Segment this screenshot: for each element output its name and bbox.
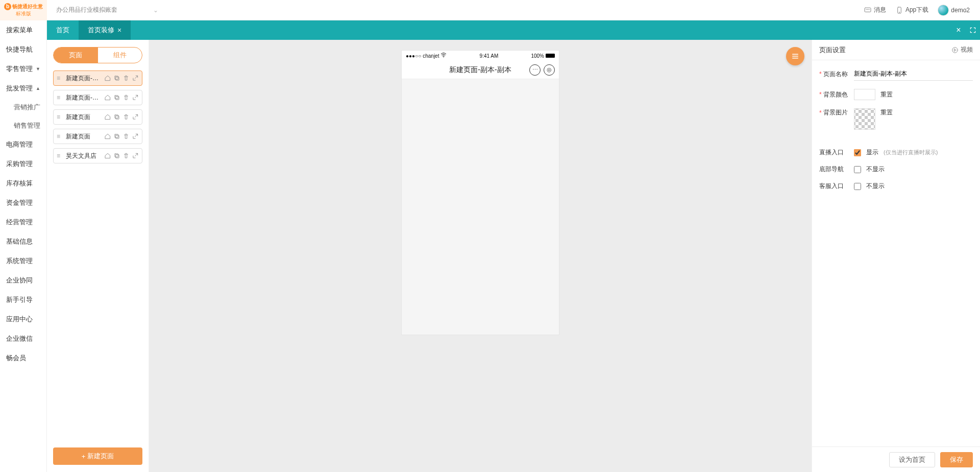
label: 客服入口 bbox=[819, 182, 844, 191]
page-item[interactable]: ≡ 新建页面 bbox=[53, 129, 142, 144]
close-icon[interactable]: × bbox=[117, 26, 121, 34]
bottom-nav-cb-label: 不显示 bbox=[866, 165, 885, 174]
tab-pages[interactable]: 页面 bbox=[54, 48, 98, 63]
copy-icon[interactable] bbox=[113, 152, 120, 159]
fullscreen-button[interactable] bbox=[966, 20, 980, 40]
home-icon[interactable] bbox=[104, 75, 111, 82]
drag-icon[interactable]: ≡ bbox=[57, 113, 63, 121]
new-page-label: 新建页面 bbox=[87, 452, 114, 461]
carrier: chanjet bbox=[423, 53, 439, 59]
drag-icon[interactable]: ≡ bbox=[57, 152, 63, 159]
nav-retail[interactable]: 零售管理▼ bbox=[0, 59, 46, 79]
delete-icon[interactable] bbox=[122, 94, 130, 101]
nav-purchase[interactable]: 采购管理 bbox=[0, 154, 46, 174]
svg-rect-8 bbox=[115, 115, 118, 118]
logo[interactable]: b 畅捷通好生意 标准版 bbox=[0, 0, 47, 20]
page-item[interactable]: ≡ 新建页面-副本-... bbox=[53, 70, 142, 86]
delete-icon[interactable] bbox=[122, 113, 130, 121]
live-entry-checkbox[interactable] bbox=[854, 149, 861, 156]
svg-rect-11 bbox=[116, 155, 119, 158]
bgimage-picker[interactable] bbox=[854, 108, 875, 130]
share-icon[interactable] bbox=[132, 113, 139, 121]
battery-icon bbox=[546, 54, 555, 58]
drag-icon[interactable]: ≡ bbox=[57, 133, 63, 140]
delete-icon[interactable] bbox=[122, 75, 130, 82]
message-icon bbox=[864, 6, 872, 14]
capsule-menu-icon[interactable]: ⋯ bbox=[529, 64, 541, 76]
home-icon[interactable] bbox=[104, 152, 111, 159]
username: demo2 bbox=[951, 7, 970, 14]
phone-time: 9:41 AM bbox=[480, 53, 499, 59]
user-menu[interactable]: demo2 bbox=[938, 5, 970, 16]
nav-quick[interactable]: 快捷导航 bbox=[0, 40, 46, 59]
nav-marketing[interactable]: 营销推广 bbox=[0, 98, 46, 116]
field-live-entry: 直播入口 显示 (仅当进行直播时展示) bbox=[819, 148, 973, 157]
phone-title: 新建页面-副本-副本 bbox=[449, 65, 511, 75]
bottom-nav-checkbox[interactable] bbox=[854, 166, 861, 173]
video-label: 视频 bbox=[961, 45, 973, 54]
logo-text: 畅捷通好生意 bbox=[12, 3, 43, 10]
page-item[interactable]: ≡ 昊天文具店 bbox=[53, 148, 142, 163]
nav-system[interactable]: 系统管理 bbox=[0, 251, 46, 271]
home-icon[interactable] bbox=[104, 113, 111, 121]
nav-wechat[interactable]: 企业微信 bbox=[0, 329, 46, 348]
tab-home[interactable]: 首页 bbox=[47, 20, 79, 40]
share-icon[interactable] bbox=[132, 152, 139, 159]
phone-body[interactable] bbox=[402, 79, 559, 335]
nav-label: 经营管理 bbox=[6, 218, 33, 227]
set-home-button[interactable]: 设为首页 bbox=[889, 452, 935, 467]
messages-button[interactable]: 消息 bbox=[864, 6, 886, 14]
nav-sales[interactable]: 销售管理 bbox=[0, 116, 46, 135]
copy-icon[interactable] bbox=[113, 133, 120, 140]
copy-icon[interactable] bbox=[113, 75, 120, 82]
nav-label: 新手引导 bbox=[6, 295, 33, 304]
nav-label: 采购管理 bbox=[6, 159, 33, 169]
page-item[interactable]: ≡ 新建页面 bbox=[53, 109, 142, 125]
nav-operation[interactable]: 经营管理 bbox=[0, 213, 46, 232]
nav-member[interactable]: 畅会员 bbox=[0, 348, 46, 368]
nav-ecommerce[interactable]: 电商管理 bbox=[0, 135, 46, 154]
nav-wholesale-children: 营销推广 销售管理 bbox=[0, 98, 46, 135]
delete-icon[interactable] bbox=[122, 152, 130, 159]
save-button[interactable]: 保存 bbox=[940, 452, 973, 467]
service-checkbox[interactable] bbox=[854, 183, 861, 190]
tabstrip-close-button[interactable]: × bbox=[951, 20, 966, 40]
nav-guide[interactable]: 新手引导 bbox=[0, 290, 46, 310]
delete-icon[interactable] bbox=[122, 133, 130, 140]
bgcolor-swatch[interactable] bbox=[854, 89, 875, 100]
copy-icon[interactable] bbox=[113, 94, 120, 101]
toggle-panel-button[interactable] bbox=[786, 47, 804, 65]
bgimage-reset[interactable]: 重置 bbox=[880, 108, 893, 117]
drag-icon[interactable]: ≡ bbox=[57, 94, 63, 101]
share-icon[interactable] bbox=[132, 75, 139, 82]
new-page-button[interactable]: + 新建页面 bbox=[53, 447, 142, 465]
video-help-link[interactable]: 视频 bbox=[951, 45, 973, 54]
home-icon[interactable] bbox=[104, 94, 111, 101]
drag-icon[interactable]: ≡ bbox=[57, 75, 63, 82]
nav-appcenter[interactable]: 应用中心 bbox=[0, 310, 46, 329]
home-icon[interactable] bbox=[104, 133, 111, 140]
logo-edition: 标准版 bbox=[16, 10, 31, 17]
svg-point-2 bbox=[899, 12, 900, 12]
page-item[interactable]: ≡ 新建页面-副本 bbox=[53, 90, 142, 105]
share-icon[interactable] bbox=[132, 133, 139, 140]
nav-search[interactable]: 搜索菜单 bbox=[0, 20, 46, 40]
play-icon bbox=[951, 46, 959, 54]
tab-decorate[interactable]: 首页装修 × bbox=[79, 20, 131, 40]
nav-inventory[interactable]: 库存核算 bbox=[0, 174, 46, 193]
copy-icon[interactable] bbox=[113, 113, 120, 121]
bgcolor-reset[interactable]: 重置 bbox=[880, 90, 893, 99]
nav-wholesale[interactable]: 批发管理▲ bbox=[0, 79, 46, 98]
nav-collab[interactable]: 企业协同 bbox=[0, 271, 46, 290]
app-download-button[interactable]: App下载 bbox=[895, 6, 928, 14]
wifi-icon bbox=[440, 53, 447, 59]
nav-label: 搜索菜单 bbox=[6, 26, 33, 35]
nav-fund[interactable]: 资金管理 bbox=[0, 193, 46, 213]
account-selector[interactable]: 办公用品行业模拟账套 ⌄ bbox=[56, 4, 158, 17]
capsule-target-icon[interactable]: ◎ bbox=[544, 64, 555, 76]
page-name-input[interactable] bbox=[854, 67, 973, 81]
nav-label: 基础信息 bbox=[6, 237, 33, 246]
share-icon[interactable] bbox=[132, 94, 139, 101]
nav-basic[interactable]: 基础信息 bbox=[0, 232, 46, 251]
tab-components[interactable]: 组件 bbox=[98, 48, 142, 63]
